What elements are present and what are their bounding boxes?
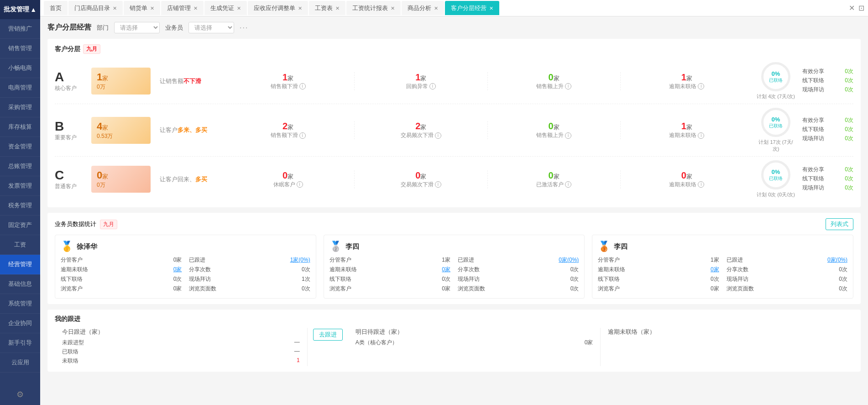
sidebar-item-发票管理[interactable]: 发票管理 — [0, 176, 40, 196]
tab-应收应付调整单[interactable]: 应收应付调整单✕ — [248, 1, 308, 15]
sp-stat-value[interactable]: 1家(0%) — [290, 256, 310, 264]
go-followup-button[interactable]: 去跟进 — [313, 329, 343, 341]
sp-stat-value: 0家 — [711, 285, 719, 293]
sp-stat-row: 分管客户1家 — [329, 256, 450, 264]
sidebar-item-小畅电商[interactable]: 小畅电商 — [0, 58, 40, 78]
sidebar-item-企业协同[interactable]: 企业协同 — [0, 314, 40, 333]
dept-filter-select[interactable]: 请选择 — [114, 22, 160, 33]
gear-icon: ⚙ — [16, 390, 24, 399]
sidebar-item-资金管理[interactable]: 资金管理 — [0, 137, 40, 157]
sp-stat-value[interactable]: 0家(0%) — [559, 256, 579, 264]
list-view-button[interactable]: 列表式 — [826, 218, 853, 230]
info-icon[interactable]: i — [435, 181, 441, 188]
sidebar-item-税务管理[interactable]: 税务管理 — [0, 196, 40, 216]
stat-num: 1家 — [358, 72, 483, 83]
info-icon[interactable]: i — [565, 132, 571, 139]
sidebar-item-营销推广[interactable]: 营销推广 — [0, 19, 40, 39]
sp-stat-value: 0次 — [570, 266, 579, 274]
circle-pct: 0% — [772, 70, 780, 77]
sp-stat-row: 已跟进0家(0%) — [458, 256, 579, 264]
sidebar-item-固定资产[interactable]: 固定资产 — [0, 216, 40, 235]
info-icon[interactable]: i — [299, 83, 306, 89]
overdue-followup-title: 逾期未联络（家） — [608, 328, 846, 336]
tab-门店商品目录[interactable]: 门店商品目录✕ — [68, 1, 123, 15]
more-filters-icon[interactable]: ··· — [240, 24, 248, 32]
sp-stat-label: 分享次数 — [458, 266, 480, 274]
sidebar-item-销售管理[interactable]: 销售管理 — [0, 39, 40, 58]
tab-close-icon[interactable]: ✕ — [489, 5, 493, 11]
tier-slogan-C: 让客户回来、多买 — [158, 175, 222, 184]
stat-cell: 0家销售额上升 i — [488, 121, 621, 139]
sp-stat-row: 分享次数0次 — [458, 266, 579, 274]
sp-stat-label: 分管客户 — [598, 256, 620, 264]
sidebar-item-工资[interactable]: 工资 — [0, 235, 40, 255]
tier-count-num: 0家 — [97, 169, 145, 181]
tab-销货单[interactable]: 销货单✕ — [124, 1, 160, 15]
sp-stat-value: 0次 — [839, 285, 847, 293]
tomorrow-followup-col: 明日待跟进（家） A类（核心客户）0家 — [348, 328, 601, 366]
info-icon[interactable]: i — [698, 132, 704, 139]
tab-工资表[interactable]: 工资表✕ — [309, 1, 345, 15]
sidebar-item-经营管理[interactable]: 经营管理 — [0, 255, 40, 274]
info-icon[interactable]: i — [429, 83, 436, 89]
sidebar-item-采购管理[interactable]: 采购管理 — [0, 98, 40, 117]
sp-stat-row: 浏览页面数0次 — [189, 285, 310, 293]
sidebar-item-电商管理[interactable]: 电商管理 — [0, 78, 40, 98]
sp-stat-row: 线下联络0次 — [329, 275, 450, 283]
info-icon[interactable]: i — [299, 132, 306, 139]
stat-label: 交易频次下滑 i — [358, 181, 483, 189]
tab-close-icon[interactable]: ✕ — [150, 5, 154, 11]
sidebar-item-系统管理[interactable]: 系统管理 — [0, 294, 40, 314]
tab-首页[interactable]: 首页 — [44, 1, 68, 15]
followup-title: 我的跟进 — [55, 315, 853, 323]
info-icon[interactable]: i — [698, 181, 704, 188]
sp-stat-label: 逾期未联络 — [61, 266, 88, 274]
followup-grid: 今日跟进（家） 未跟进型—已联络—未联络1 去跟进 明日待跟进（家） A类（核心… — [55, 328, 853, 366]
sp-stat-label: 已跟进 — [458, 256, 474, 264]
tab-close-icon[interactable]: ✕ — [298, 5, 302, 11]
tab-客户分层经营[interactable]: 客户分层经营✕ — [445, 1, 499, 15]
sp-stat-row: 分享次数0次 — [727, 266, 847, 274]
sp-stat-value[interactable]: 0家(0%) — [827, 256, 847, 264]
tab-店铺管理[interactable]: 店铺管理✕ — [161, 1, 204, 15]
settings-button[interactable]: ⚙ — [0, 384, 40, 405]
restore-window-icon[interactable]: ⊡ — [858, 4, 864, 12]
sidebar-item-库存核算[interactable]: 库存核算 — [0, 117, 40, 137]
sidebar-item-云应用[interactable]: 云应用 — [0, 353, 40, 373]
info-icon[interactable]: i — [565, 181, 571, 188]
sidebar-item-基础信息[interactable]: 基础信息 — [0, 274, 40, 294]
info-icon[interactable]: i — [297, 181, 303, 188]
tab-close-icon[interactable]: ✕ — [113, 5, 117, 11]
followup-section: 我的跟进 今日跟进（家） 未跟进型—已联络—未联络1 去跟进 明日待跟进（家） … — [47, 310, 861, 372]
circle-ring: 0%已联络 — [761, 62, 790, 91]
sidebar-top[interactable]: 批发管理 ▲ — [0, 0, 40, 19]
sp-stat-value[interactable]: 0家 — [173, 266, 182, 274]
sidebar-collapse-icon[interactable]: ▲ — [30, 6, 37, 13]
tier-letter: A — [55, 70, 91, 84]
info-icon[interactable]: i — [565, 83, 571, 89]
tab-商品分析[interactable]: 商品分析✕ — [402, 1, 444, 15]
tier-name: 核心客户 — [55, 84, 91, 92]
sp-stat-label: 已跟进 — [727, 256, 743, 264]
info-icon[interactable]: i — [698, 83, 704, 89]
info-icon[interactable]: i — [435, 132, 441, 139]
close-window-icon[interactable]: ✕ — [849, 4, 855, 12]
right-stat-val: 0次 — [845, 184, 853, 192]
salesperson-filter-select[interactable]: 请选择 — [188, 22, 234, 33]
sp-stat-value[interactable]: 0家 — [711, 266, 719, 274]
tab-close-icon[interactable]: ✕ — [434, 5, 438, 11]
tab-工资统计报表[interactable]: 工资统计报表✕ — [346, 1, 401, 15]
right-stat-row: 有效分享0次 — [802, 166, 853, 174]
sp-stat-value[interactable]: 0家 — [442, 266, 450, 274]
tab-close-icon[interactable]: ✕ — [335, 5, 340, 11]
tab-生成凭证[interactable]: 生成凭证✕ — [204, 1, 247, 15]
tab-close-icon[interactable]: ✕ — [193, 5, 198, 11]
stat-cell: 0家已激活客户 i — [488, 170, 621, 189]
sp-name: 李四 — [345, 242, 359, 251]
sp-stat-row: 分享次数0次 — [189, 266, 310, 274]
sidebar-item-总账管理[interactable]: 总账管理 — [0, 157, 40, 176]
sp-stat-label: 现场拜访 — [727, 275, 748, 283]
sidebar-item-新手引导[interactable]: 新手引导 — [0, 333, 40, 353]
tab-close-icon[interactable]: ✕ — [237, 5, 241, 11]
tab-close-icon[interactable]: ✕ — [391, 5, 395, 11]
